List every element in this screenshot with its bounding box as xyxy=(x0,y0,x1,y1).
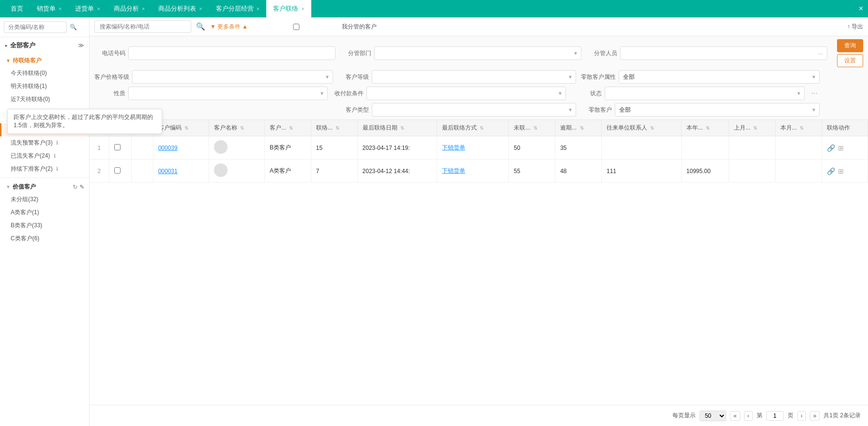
manager-select[interactable]: ··· xyxy=(620,46,827,60)
my-customers-checkbox[interactable]: 我分管的客户 xyxy=(253,23,377,31)
query-button[interactable]: 查询 xyxy=(837,39,863,52)
col-name: 客户名称 ⇅ xyxy=(209,120,264,136)
chevron-down-icon: ▾ xyxy=(797,90,800,97)
gender-select[interactable]: ▾ xyxy=(128,87,328,100)
sidebar-ungrouped[interactable]: 未分组(32) xyxy=(0,193,89,206)
col-last-contact-date: 最后联络日期 ⇅ xyxy=(357,120,437,136)
search-input[interactable] xyxy=(94,20,191,33)
nav-close-icon[interactable]: × xyxy=(142,6,145,12)
cell-unreplied-2: 55 xyxy=(509,160,555,183)
sidebar-pending-contact-group[interactable]: ▼ 待联络客户 xyxy=(0,54,89,67)
nav-close-icon[interactable]: × xyxy=(257,6,259,12)
grid-icon-2[interactable]: ⊞ xyxy=(838,167,844,175)
customer-code-link-2[interactable]: 000031 xyxy=(158,168,178,175)
link-icon-2[interactable]: 🔗 xyxy=(827,167,835,175)
tooltip-repurchase-info: 距客户上次交易时长，超过了此客户的平均交易周期的1.5倍，则视为异常。 xyxy=(7,109,90,134)
nav-home[interactable]: 首页 xyxy=(4,0,30,17)
filter-row-1: 电话号码 分管部门 ▾ 分管人员 ··· 查询 设置 xyxy=(94,39,863,67)
sort-icon[interactable]: ⇅ xyxy=(240,125,244,131)
nav-sales-order[interactable]: 销货单 × xyxy=(30,0,68,17)
sort-icon[interactable]: ⇅ xyxy=(480,125,484,131)
export-button[interactable]: ↑ 导出 xyxy=(847,23,863,31)
customer-type-label: 客户类型 xyxy=(338,106,372,114)
page-input[interactable] xyxy=(766,411,784,421)
collapse-icon[interactable]: ≫ xyxy=(78,42,84,49)
nav-close-icon[interactable]: × xyxy=(97,6,100,12)
dept-select[interactable]: ▾ xyxy=(374,46,581,60)
sort-icon[interactable]: ⇅ xyxy=(650,125,654,131)
chevron-down-icon: ▾ xyxy=(812,106,815,113)
customer-code-link-1[interactable]: 000039 xyxy=(158,145,178,151)
sidebar-lost-customers[interactable]: 已流失客户(24) ℹ xyxy=(0,149,89,162)
sidebar-7days-pending[interactable]: 近7天待联络(0) xyxy=(0,93,89,106)
edit-icon[interactable]: ✎ xyxy=(79,184,84,191)
sort-icon[interactable]: ⇅ xyxy=(335,125,339,131)
sort-icon[interactable]: ⇅ xyxy=(706,125,710,131)
last-method-link-2[interactable]: 下销货单 xyxy=(442,167,465,174)
sort-icon[interactable]: ⇅ xyxy=(184,125,188,131)
sidebar-today-pending[interactable]: 今天待联络(0) xyxy=(0,67,89,80)
category-search-input[interactable] xyxy=(4,21,67,33)
col-action: 联络动作 xyxy=(822,120,868,136)
sidebar-class-a[interactable]: A类客户(1) xyxy=(0,206,89,219)
prev-page-button[interactable]: ‹ xyxy=(744,411,753,421)
nav-product-analysis[interactable]: 商品分析 × xyxy=(107,0,152,17)
sort-icon[interactable]: ⇅ xyxy=(800,125,804,131)
window-close-button[interactable]: × xyxy=(859,4,863,13)
last-method-link-1[interactable]: 下销货单 xyxy=(442,144,465,151)
row-checkbox-1[interactable] xyxy=(114,144,121,150)
nav-customer-segmentation[interactable]: 客户分层经营 × xyxy=(209,0,266,17)
sort-icon[interactable]: ⇅ xyxy=(289,125,293,131)
retail-attr-select[interactable]: 全部 ▾ xyxy=(619,70,820,84)
sort-icon[interactable]: ⇅ xyxy=(533,125,537,131)
sidebar-declining-customers[interactable]: 持续下滑客户(2) ℹ xyxy=(0,162,89,176)
more-conditions-button[interactable]: ▼ 更多条件 ▲ xyxy=(210,23,248,31)
customer-level-select[interactable]: ▾ xyxy=(372,70,577,84)
link-icon-1[interactable]: 🔗 xyxy=(827,144,835,152)
status-label: 状态 xyxy=(571,89,605,98)
per-page-select[interactable]: 50 20 100 xyxy=(700,411,726,421)
col-last-contact-method: 最后联络方式 ⇅ xyxy=(437,120,509,136)
sidebar-value-customer-group[interactable]: ▼ 价值客户 ↻ ✎ xyxy=(0,180,89,193)
nav-close-icon-active[interactable]: × xyxy=(301,6,304,12)
sidebar-class-c[interactable]: C类客户(6) xyxy=(0,232,89,245)
sidebar-all-customers[interactable]: ▪ 全部客户 ≫ xyxy=(0,37,89,54)
phone-input[interactable] xyxy=(128,46,335,60)
settings-button[interactable]: 设置 xyxy=(837,54,863,67)
nav-product-analysis-list[interactable]: 商品分析列表 × xyxy=(152,0,209,17)
manager-field: 分管人员 ··· xyxy=(586,46,827,60)
nav-purchase-order[interactable]: 进货单 × xyxy=(68,0,107,17)
last-page-button[interactable]: » xyxy=(810,411,820,421)
nav-close-icon[interactable]: × xyxy=(59,6,61,12)
payment-select[interactable]: ▾ xyxy=(366,87,566,100)
sort-icon[interactable]: ⇅ xyxy=(580,125,584,131)
first-page-button[interactable]: « xyxy=(730,411,740,421)
cell-checkbox-2 xyxy=(109,160,132,183)
avatar-1 xyxy=(214,140,228,154)
refresh-icon[interactable]: ↻ xyxy=(73,184,77,191)
row-checkbox-2[interactable] xyxy=(114,167,121,174)
grid-icon-1[interactable]: ⊞ xyxy=(838,144,844,152)
price-level-select[interactable]: ▾ xyxy=(132,70,333,84)
next-page-button[interactable]: › xyxy=(797,411,806,421)
nav-close-icon[interactable]: × xyxy=(199,6,202,12)
cell-code-2: 000031 xyxy=(153,160,209,183)
sidebar-lost-warning[interactable]: 流失预警客户(3) ℹ xyxy=(0,136,89,149)
my-customers-check[interactable] xyxy=(253,24,340,30)
sort-icon[interactable]: ⇅ xyxy=(400,125,404,131)
sidebar-class-b[interactable]: B类客户(33) xyxy=(0,219,89,232)
sort-icon[interactable]: ⇅ xyxy=(753,125,757,131)
cell-unit-contact-1 xyxy=(601,136,681,160)
action-icons-2: 🔗 ⊞ xyxy=(827,167,863,175)
search-button[interactable]: 🔍 xyxy=(196,22,205,31)
col-this-month: 本月... ⇅ xyxy=(775,120,822,136)
customer-type-select[interactable]: ▾ xyxy=(372,103,577,117)
cell-checkbox-1 xyxy=(109,136,132,160)
sidebar-tomorrow-pending[interactable]: 明天待联络(1) xyxy=(0,80,89,93)
status-select[interactable]: ▾ xyxy=(605,87,804,100)
retail-customer-select[interactable]: 全部 ▾ xyxy=(615,103,820,117)
nav-customer-contact[interactable]: 客户联络 × xyxy=(266,0,311,17)
more-filter-dots[interactable]: ··· xyxy=(809,89,820,98)
sidebar-search-icon[interactable]: 🔍 xyxy=(70,24,77,30)
col-unreplied: 未联... ⇅ xyxy=(509,120,555,136)
